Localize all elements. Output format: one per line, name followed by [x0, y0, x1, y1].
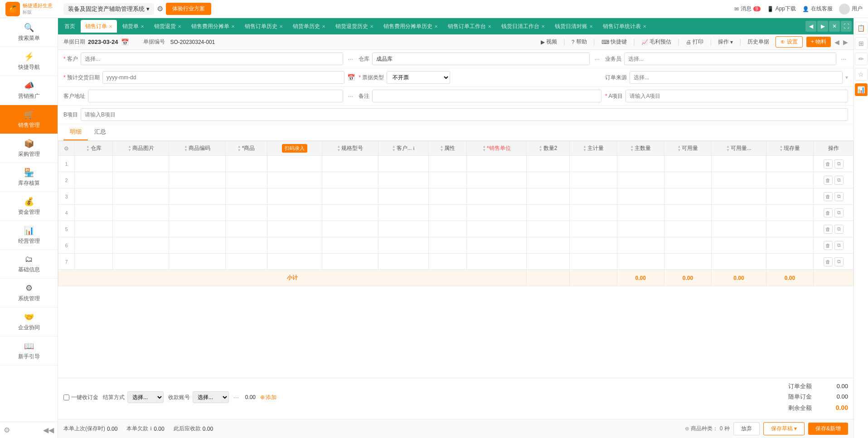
rs-star-icon[interactable]: ☆	[855, 68, 868, 81]
row-delete-btn[interactable]: 🗑	[824, 208, 833, 217]
history-btn[interactable]: 历史单据	[745, 37, 772, 47]
row-copy-btn[interactable]: ⧉	[834, 241, 844, 250]
rs-settings-icon[interactable]: ⊞	[855, 37, 868, 50]
view-btn[interactable]: ▶ 视频	[538, 37, 560, 47]
industry-btn[interactable]: 体验行业方案	[166, 3, 211, 15]
online-service-btn[interactable]: 👤 在线客服	[802, 5, 833, 13]
col-gear[interactable]: ⚙	[58, 141, 75, 156]
row-delete-btn[interactable]: 🗑	[824, 159, 833, 168]
tab-close-icon[interactable]: ✕	[541, 24, 545, 29]
message-btn[interactable]: ✉ 消息 9	[734, 5, 761, 13]
tab-close-icon[interactable]: ✕	[109, 24, 112, 29]
col-qty2[interactable]: ▲▼数量2	[526, 141, 569, 156]
col-spec[interactable]: ▲▼规格型号	[322, 141, 378, 156]
row-copy-btn[interactable]: ⧉	[834, 176, 844, 185]
sidebar-settings-icon[interactable]: ⚙	[4, 426, 10, 434]
col-goods[interactable]: ▲▼*商品	[225, 141, 267, 156]
tab-close-icon[interactable]: ✕	[178, 24, 181, 29]
col-code[interactable]: ▲▼商品编码	[169, 141, 225, 156]
tab-cashflow-account[interactable]: 钱货日清对账 ✕	[550, 20, 597, 33]
tab-close-icon[interactable]: ✕	[643, 24, 646, 29]
col-available[interactable]: ▲▼可用量	[664, 141, 711, 156]
nav-left-icon[interactable]: ◀	[834, 39, 839, 46]
col-customer-code[interactable]: ▲▼客户... ℹ	[378, 141, 428, 156]
delivery-calendar-icon[interactable]: 📅	[347, 74, 355, 81]
tab-close-icon[interactable]: ✕	[279, 24, 283, 29]
sidebar-item-guide[interactable]: 📖 新手引导	[0, 337, 58, 366]
user-avatar-area[interactable]: 用户	[839, 4, 863, 14]
col-unit[interactable]: ▲▼*销售单位	[467, 141, 527, 156]
tab-sales-expense[interactable]: 销售费用分摊单 ✕	[187, 20, 239, 33]
sidebar-item-inventory[interactable]: 🏪 库存核算	[0, 163, 58, 192]
app-download-btn[interactable]: 📱 App下载	[767, 5, 796, 13]
tab-sales-slip[interactable]: 销货单 ✕	[118, 20, 149, 33]
warehouse-dots-btn[interactable]: ···	[592, 55, 601, 63]
sidebar-item-base[interactable]: 🗂 基础信息	[0, 250, 58, 279]
rs-chart-icon[interactable]: 📊	[855, 83, 868, 96]
tab-fullscreen-btn[interactable]: ⛶	[841, 21, 852, 32]
address-dots-btn[interactable]: ···	[346, 92, 355, 100]
tab-home[interactable]: 首页	[60, 20, 80, 33]
row-delete-btn[interactable]: 🗑	[824, 176, 833, 185]
a-project-input[interactable]	[626, 90, 848, 102]
row-copy-btn[interactable]: ⧉	[834, 208, 844, 217]
sidebar-collapse-icon[interactable]: ◀◀	[43, 426, 54, 434]
address-input[interactable]	[88, 90, 343, 102]
detail-tab-detail[interactable]: 明细	[63, 124, 88, 140]
sidebar-item-search[interactable]: 🔍 搜索菜单	[0, 18, 58, 47]
print-btn[interactable]: 🖨 打印	[683, 37, 706, 47]
tab-close-icon[interactable]: ✕	[589, 24, 593, 29]
discard-btn[interactable]: 放弃	[733, 422, 760, 435]
row-delete-btn[interactable]: 🗑	[824, 241, 833, 250]
sidebar-item-cooperation[interactable]: 🤝 企业协同	[0, 308, 58, 337]
tab-sales-return[interactable]: 销货退货 ✕	[150, 20, 186, 33]
col-main-qty[interactable]: ▲▼主数量	[617, 141, 664, 156]
b-project-input[interactable]	[81, 108, 848, 121]
tab-slip-history[interactable]: 销货单历史 ✕	[288, 20, 330, 33]
sidebar-item-marketing[interactable]: 📣 营销推广	[0, 76, 58, 105]
tab-return-history[interactable]: 销货退货历史 ✕	[331, 20, 378, 33]
save-new-btn[interactable]: 保存&新增	[808, 423, 848, 435]
tab-sales-stats[interactable]: 销售订单统计表 ✕	[598, 20, 651, 33]
tab-cashflow-workspace[interactable]: 钱货日清工作台 ✕	[497, 20, 549, 33]
warehouse-input[interactable]	[372, 53, 590, 65]
col-main-unit[interactable]: ▲▼主计量	[570, 141, 617, 156]
tab-more-btn[interactable]: ✕	[829, 21, 840, 32]
delivery-input[interactable]	[102, 71, 344, 84]
sidebar-item-quicknav[interactable]: ⚡ 快捷导航	[0, 47, 58, 76]
tab-close-icon[interactable]: ✕	[488, 24, 491, 29]
sidebar-item-purchase[interactable]: 📦 采购管理	[0, 134, 58, 163]
tab-close-icon[interactable]: ✕	[370, 24, 373, 29]
col-property[interactable]: ▲▼属性	[428, 141, 466, 156]
row-delete-btn[interactable]: 🗑	[824, 192, 833, 201]
sidebar-item-sales[interactable]: 🛒 销售管理	[0, 105, 58, 134]
row-copy-btn[interactable]: ⧉	[834, 192, 844, 201]
col-stock[interactable]: ▲▼现存量	[766, 141, 813, 156]
settings-gear-icon[interactable]: ⚙	[157, 5, 163, 13]
tab-order-workspace[interactable]: 销售订单工作台 ✕	[443, 20, 496, 33]
col-scan[interactable]: 扫码录入	[267, 141, 322, 156]
add-payment-btn[interactable]: ⊕ 添加	[260, 394, 276, 401]
scan-btn[interactable]: 扫码录入	[282, 144, 307, 153]
calendar-icon[interactable]: 📅	[121, 39, 129, 46]
customer-input[interactable]	[81, 53, 343, 65]
one-click-checkbox[interactable]: 一键收订金	[63, 394, 98, 401]
tab-close-icon[interactable]: ✕	[322, 24, 325, 29]
account-dots[interactable]: ···	[232, 394, 241, 401]
one-click-input[interactable]	[63, 395, 69, 400]
invoice-select[interactable]: 不开票 增值税普通发票 增值税专用发票	[387, 71, 450, 84]
add-btn[interactable]: + 物料	[806, 37, 831, 47]
account-select[interactable]: 选择...	[193, 391, 229, 403]
order-source-input[interactable]	[630, 71, 843, 84]
staff-dots-btn[interactable]: ···	[839, 55, 848, 63]
tab-order-history[interactable]: 销售订单历史 ✕	[240, 20, 287, 33]
sidebar-item-finance[interactable]: 💰 资金管理	[0, 192, 58, 221]
row-delete-btn[interactable]: 🗑	[824, 257, 833, 266]
table-container[interactable]: ⚙ ▲▼仓库 ▲▼商品图片 ▲▼商品编码 ▲▼*商品	[58, 141, 853, 378]
col-available2[interactable]: ▲▼可用量...	[712, 141, 766, 156]
save-draft-btn[interactable]: 保存草稿 ▾	[763, 422, 805, 435]
profit-btn[interactable]: 📈 毛利预估	[639, 37, 674, 47]
system-name[interactable]: 装备及固定资产辅助管理系统 ▾	[63, 3, 154, 15]
detail-tab-summary[interactable]: 汇总	[88, 124, 112, 140]
tab-prev-btn[interactable]: ◀	[805, 21, 816, 32]
